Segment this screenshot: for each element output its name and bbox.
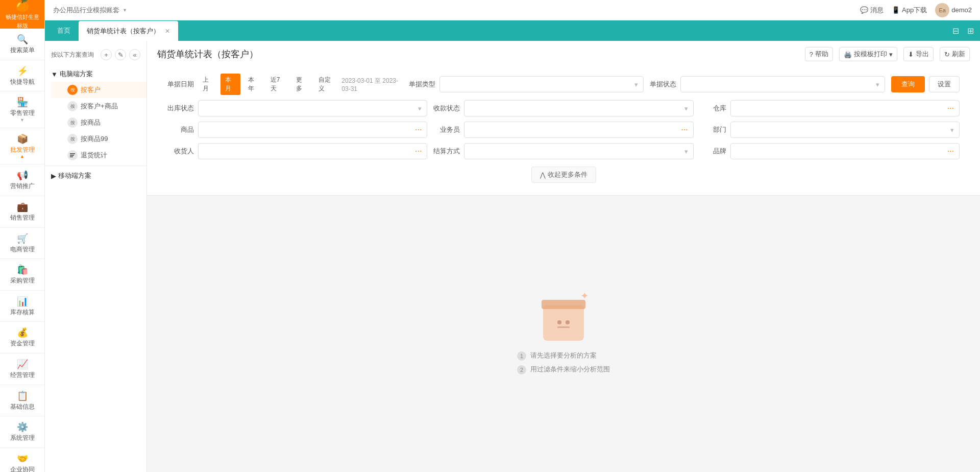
sidebar-item-wholesale[interactable]: 📦 批发管理 ▲ [0, 128, 44, 165]
salesperson-dots-icon[interactable]: ··· [681, 125, 688, 134]
print-icon: 🖨️ [844, 51, 852, 58]
help-icon: ? [810, 51, 813, 58]
settlement-select[interactable]: ▾ [464, 143, 693, 159]
sidebar-item-sales-mgmt[interactable]: 💼 销售管理 [0, 196, 44, 228]
warehouse-dots-icon[interactable]: ··· [947, 104, 954, 113]
edit-scheme-button[interactable]: ✎ [115, 49, 126, 60]
empty-text: 1 请先选择要分析的方案 2 用过滤条件来缩小分析范围 [517, 351, 610, 379]
product-dots-icon[interactable]: ··· [415, 125, 422, 134]
tree-parent-desktop[interactable]: ▼ 电脑端方案 [45, 66, 146, 82]
sidebar-item-quick-nav[interactable]: ⚡ 快捷导航 [0, 60, 44, 92]
receiver-dots-icon[interactable]: ··· [415, 147, 422, 156]
sidebar-item-operations-label: 经营管理 [10, 371, 35, 380]
collapse-up-icon: ⋀ [540, 171, 546, 179]
query-button[interactable]: 查询 [891, 76, 925, 92]
tab-home[interactable]: 首页 [49, 20, 79, 41]
sidebar-item-marketing-label: 营销推广 [10, 182, 35, 191]
svg-rect-1 [70, 155, 74, 156]
empty-illustration: ✦ [533, 290, 594, 341]
date-btn-this-year[interactable]: 本年 [243, 74, 263, 95]
app-download-button[interactable]: 📱 App下载 [892, 6, 927, 15]
empty-step-2: 2 用过滤条件来缩小分析范围 [517, 365, 610, 374]
warehouse-input[interactable]: ··· [730, 100, 960, 116]
tree-child-return-stats-label: 退货统计 [81, 151, 107, 160]
help-button[interactable]: ? 帮助 [805, 47, 833, 61]
receiver-filter-group: 收货人 ··· [167, 143, 427, 159]
user-menu[interactable]: Ea demo2 [935, 3, 972, 17]
date-btn-last-month[interactable]: 上月 [198, 74, 217, 95]
filter-row-4: 收货人 ··· 结算方式 ▾ [167, 143, 960, 159]
sidebar-item-retail[interactable]: 🏪 零售管理 ▼ [0, 91, 44, 128]
brand-dots-icon[interactable]: ··· [947, 147, 954, 156]
tree-child-customer-product-label: 按客户+商品 [81, 102, 118, 111]
sidebar-item-system[interactable]: ⚙️ 系统管理 [0, 416, 44, 448]
sidebar-item-operations[interactable]: 📈 经营管理 [0, 353, 44, 385]
avatar-text: Ea [939, 7, 946, 13]
date-btn-7days[interactable]: 近7天 [266, 74, 288, 95]
sidebar-item-search[interactable]: 🔍 搜索菜单 [0, 29, 44, 60]
tab-maximize-icon[interactable]: ⊞ [965, 24, 976, 38]
search-icon: 🔍 [17, 34, 28, 45]
tab-sales-report[interactable]: 销货单统计表（按客户） ✕ [79, 21, 178, 41]
tree-child-return-stats[interactable]: 退货统计 [51, 147, 146, 163]
tree-child-by-product[interactable]: 按 按商品 [51, 114, 146, 131]
sidebar-item-purchase[interactable]: 🛍️ 采购管理 [0, 259, 44, 291]
date-btn-custom[interactable]: 自定义 [314, 74, 338, 95]
sidebar-item-enterprise[interactable]: 🤝 企业协同 [0, 448, 44, 472]
product-label: 商品 [167, 125, 194, 134]
date-btn-more[interactable]: 更多 [291, 74, 311, 95]
order-status-select[interactable]: ▾ [680, 76, 885, 92]
tab-minimize-icon[interactable]: ⊟ [950, 24, 961, 38]
out-status-select[interactable]: ▾ [198, 100, 427, 116]
sidebar-item-sales-label: 销售管理 [10, 214, 35, 222]
topbar-left: 办公用品行业模拟账套 ▾ [53, 6, 126, 15]
date-range-text: 2023-03-01 至 2023-03-31 [341, 77, 402, 92]
sidebar-item-marketing[interactable]: 📢 营销推广 [0, 164, 44, 196]
tree-parent-mobile[interactable]: ▶ 移动端方案 [45, 168, 146, 183]
refresh-button[interactable]: ↻ 刷新 [940, 47, 970, 61]
tree-child-by-customer[interactable]: 按 按客户 [51, 82, 146, 98]
tree-toggle-mobile: ▶ [51, 172, 56, 180]
finance-icon: 💰 [17, 327, 28, 338]
brand-input[interactable]: ··· [730, 143, 960, 159]
receipt-status-select[interactable]: ▾ [464, 100, 693, 116]
print-button[interactable]: 🖨️ 按模板打印 ▾ [839, 47, 897, 61]
order-type-select[interactable]: ▾ [439, 76, 644, 92]
settings-button[interactable]: 设置 [929, 76, 960, 92]
department-select[interactable]: ▾ [730, 122, 960, 138]
date-btn-this-month[interactable]: 本月 [220, 74, 240, 95]
robot-eyes [557, 320, 570, 324]
receiver-input[interactable]: ··· [198, 143, 427, 159]
tree-child-product-99[interactable]: 按 按商品99 [51, 131, 146, 147]
by-customer-icon: 按 [67, 85, 78, 95]
tabbar-actions: ⊟ ⊞ [950, 24, 976, 38]
sales-report-tab-label: 销货单统计表（按客户） [87, 27, 160, 36]
empty-box-lid [542, 300, 585, 309]
tree-divider [45, 166, 146, 166]
product-input[interactable]: ··· [198, 122, 427, 138]
avatar: Ea [935, 3, 949, 17]
main-area: 办公用品行业模拟账套 ▾ 💬 消息 📱 App下载 Ea demo2 首页 [45, 0, 980, 472]
sidebar-item-ecommerce[interactable]: 🛒 电商管理 [0, 228, 44, 259]
page-title-row: 销货单统计表（按客户） ? 帮助 🖨️ 按模板打印 ▾ ⬇ [157, 47, 970, 61]
breadcrumb-dropdown-icon[interactable]: ▾ [124, 7, 126, 13]
add-scheme-button[interactable]: + [101, 49, 112, 60]
collapse-panel-button[interactable]: « [129, 49, 140, 60]
tab-close-icon[interactable]: ✕ [165, 28, 170, 35]
breadcrumb-text: 办公用品行业模拟账套 [53, 6, 119, 15]
sidebar-item-inventory-label: 库存核算 [10, 309, 35, 317]
sidebar-item-finance[interactable]: 💰 资金管理 [0, 322, 44, 353]
marketing-icon: 📢 [17, 170, 28, 181]
collapse-button[interactable]: ⋀ 收起更多条件 [531, 167, 596, 183]
export-button[interactable]: ⬇ 导出 [903, 47, 934, 61]
brand-label: 品牌 [700, 147, 726, 156]
sidebar-item-basic-info[interactable]: 📋 基础信息 [0, 385, 44, 417]
sidebar-item-inventory[interactable]: 📊 库存核算 [0, 291, 44, 322]
tree-child-product-99-label: 按商品99 [81, 134, 108, 144]
sidebar-item-purchase-label: 采购管理 [10, 277, 35, 285]
salesperson-input[interactable]: ··· [464, 122, 693, 138]
tree-child-customer-product[interactable]: 按 按客户+商品 [51, 98, 146, 114]
message-icon: 💬 [860, 6, 868, 14]
salesperson-label: 业务员 [433, 125, 460, 134]
message-button[interactable]: 💬 消息 [860, 6, 884, 15]
